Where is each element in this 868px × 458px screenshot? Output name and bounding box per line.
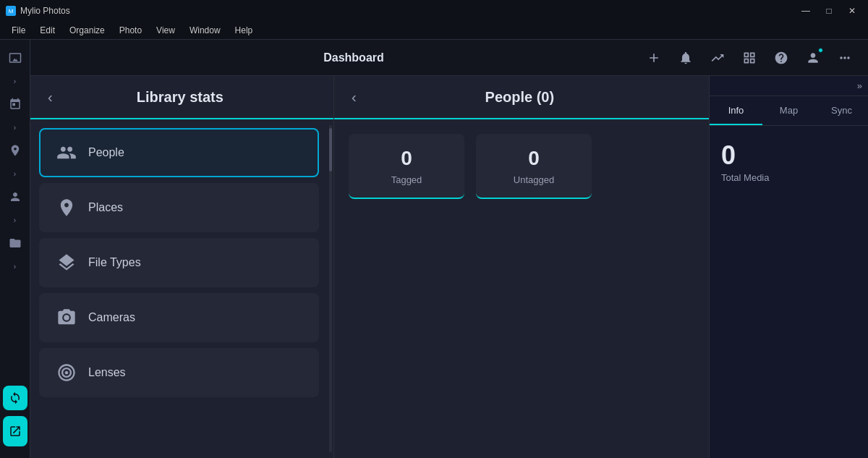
sidebar-arrow-3[interactable]: ›: [3, 166, 27, 182]
content-body: ‹ Library stats People: [30, 76, 868, 458]
header-actions: [642, 46, 856, 69]
right-panel: » Info Map Sync 0 Total Media: [709, 76, 868, 458]
tab-info[interactable]: Info: [710, 96, 762, 125]
help-button[interactable]: [770, 46, 793, 69]
svg-point-0: [64, 315, 69, 320]
minimize-button[interactable]: —: [796, 4, 816, 18]
sidebar-item-sync[interactable]: [3, 386, 27, 410]
sidebar-arrow-2[interactable]: ›: [3, 119, 27, 135]
stats-item-filetypes[interactable]: File Types: [39, 238, 319, 287]
filetypes-icon: [55, 251, 78, 274]
main-content: Dashboard: [30, 40, 868, 458]
sidebar-item-places[interactable]: [3, 138, 27, 163]
export-button[interactable]: [3, 416, 27, 446]
people-detail-panel: ‹ People (0) 0 Tagged 0 Untagged: [334, 76, 709, 458]
sidebar-item-calendar[interactable]: [3, 92, 27, 116]
stats-item-people-label: People: [88, 146, 124, 159]
menu-bar: File Edit Organize Photo View Window Hel…: [0, 22, 868, 40]
people-panel-header: ‹ People (0): [334, 76, 709, 119]
people-icon: [55, 141, 78, 164]
stats-list-container: People Places File Types: [30, 119, 333, 458]
stats-item-lenses[interactable]: Lenses: [39, 348, 319, 397]
app-name: Mylio Photos: [20, 6, 70, 16]
profile-button[interactable]: [801, 46, 825, 69]
menu-help[interactable]: Help: [229, 24, 259, 37]
views-button[interactable]: [738, 46, 761, 69]
stats-back-button[interactable]: ‹: [45, 86, 56, 109]
title-bar: M Mylio Photos — □ ✕: [0, 0, 868, 22]
add-button[interactable]: [642, 46, 665, 69]
untagged-label: Untagged: [514, 174, 554, 185]
stats-item-people[interactable]: People: [39, 128, 319, 177]
stats-panel-title: Library stats: [64, 89, 296, 106]
menu-view[interactable]: View: [150, 24, 181, 37]
tagged-card: 0 Tagged: [349, 134, 464, 199]
notifications-button[interactable]: [674, 46, 697, 69]
title-bar-left: M Mylio Photos: [6, 6, 70, 16]
scroll-track: [329, 125, 332, 452]
untagged-number: 0: [528, 147, 540, 170]
menu-photo[interactable]: Photo: [114, 24, 148, 37]
right-panel-content: 0 Total Media: [710, 126, 868, 198]
library-stats-panel: ‹ Library stats People: [30, 76, 334, 458]
right-panel-tabs: Info Map Sync: [710, 96, 868, 126]
menu-organize[interactable]: Organize: [64, 24, 111, 37]
menu-edit[interactable]: Edit: [34, 24, 61, 37]
total-media-label: Total Media: [721, 172, 769, 183]
scroll-thumb: [329, 128, 332, 171]
stats-item-cameras[interactable]: Cameras: [39, 293, 319, 342]
people-back-button[interactable]: ‹: [349, 86, 359, 109]
total-media-number: 0: [721, 140, 856, 171]
sidebar-item-photos[interactable]: [3, 46, 27, 70]
tagged-number: 0: [401, 147, 412, 170]
places-icon: [55, 196, 78, 219]
close-button[interactable]: ✕: [842, 4, 862, 18]
activity-button[interactable]: [706, 46, 729, 69]
page-title: Dashboard: [323, 51, 384, 64]
untagged-card: 0 Untagged: [476, 134, 592, 199]
cameras-icon: [55, 306, 78, 329]
people-cards: 0 Tagged 0 Untagged: [334, 119, 709, 213]
stats-item-cameras-label: Cameras: [88, 311, 135, 324]
app-layout: › › › › › Dashboard: [0, 40, 868, 458]
sidebar-arrow-5[interactable]: ›: [3, 258, 27, 274]
sidebar-item-albums[interactable]: [3, 231, 27, 255]
app-icon: M: [6, 6, 16, 16]
stats-item-lenses-label: Lenses: [88, 366, 126, 379]
stats-item-places-label: Places: [88, 201, 123, 214]
menu-window[interactable]: Window: [184, 24, 226, 37]
window-controls[interactable]: — □ ✕: [796, 4, 862, 18]
stats-item-filetypes-label: File Types: [88, 256, 141, 269]
more-options-button[interactable]: [833, 46, 856, 69]
stats-item-places[interactable]: Places: [39, 183, 319, 232]
maximize-button[interactable]: □: [819, 4, 839, 18]
collapse-panel-button[interactable]: »: [857, 80, 862, 91]
top-header: Dashboard: [30, 40, 868, 76]
sidebar-icons: › › › › ›: [0, 40, 30, 458]
sidebar-arrow-4[interactable]: ›: [3, 212, 27, 228]
sidebar-item-people[interactable]: [3, 185, 27, 209]
people-panel-title: People (0): [368, 89, 671, 106]
lenses-icon: [55, 361, 78, 384]
stats-list: People Places File Types: [30, 119, 328, 458]
tab-map[interactable]: Map: [762, 96, 815, 125]
tab-sync[interactable]: Sync: [815, 96, 868, 125]
stats-panel-header: ‹ Library stats: [30, 76, 333, 119]
sidebar-arrow-1[interactable]: ›: [3, 73, 27, 89]
menu-file[interactable]: File: [6, 24, 31, 37]
tagged-label: Tagged: [391, 174, 422, 185]
